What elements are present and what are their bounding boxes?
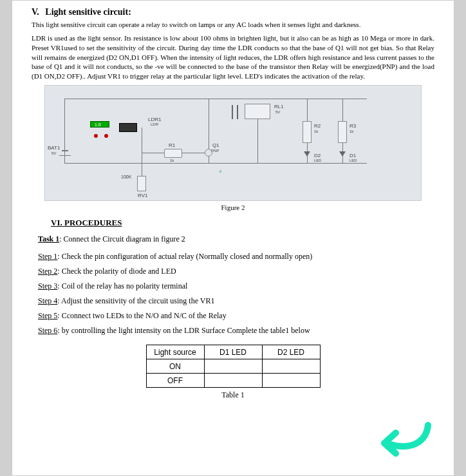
ldr1-label: LDR1 — [148, 117, 161, 122]
step-label: Step 6 — [38, 326, 57, 335]
terminal-dot-icon — [104, 134, 108, 138]
step-6: Step 6: by controlling the light intensi… — [38, 326, 434, 336]
table-cell: ON — [146, 359, 204, 374]
step-text: : Check the pin configuration of actual … — [57, 252, 312, 261]
relay-coil-icon — [232, 105, 238, 119]
step-label: Step 2 — [38, 267, 57, 276]
r1-label: R1 — [169, 142, 175, 148]
task1-label: Task 1 — [38, 234, 59, 243]
table-row: Light source D1 LED D2 LED — [146, 345, 320, 359]
r1-value: 1k — [170, 158, 174, 162]
indicator-box: 1.0 — [90, 121, 109, 128]
d2-label: D2 — [314, 153, 321, 158]
step-text: : Coil of the relay has no polarity term… — [57, 281, 187, 290]
figure2-schematic: BAT1 5V 1.0 LDR1 LDR 100K RV1 R1 1k Q1 P… — [44, 85, 422, 201]
r2-value: 1k — [314, 129, 318, 133]
d1-label: D1 — [350, 153, 356, 158]
step-label: Step 4 — [38, 296, 57, 305]
step-2: Step 2: Check the polarity of diode and … — [38, 267, 434, 276]
r3-component — [338, 121, 347, 143]
step-text: : Adjust the sensitivity of the circuit … — [57, 296, 214, 305]
ldr-body-icon — [119, 123, 137, 132]
section5-para2: LDR is used as the light sensor. Its res… — [32, 33, 434, 81]
step-label: Step 5 — [38, 311, 57, 320]
section5-numeral: V. — [32, 7, 39, 17]
table-cell: OFF — [146, 374, 204, 388]
table-cell — [204, 359, 262, 374]
bat1-voltage: 5V — [51, 151, 56, 155]
d1-led-icon — [339, 151, 346, 157]
step-4: Step 4: Adjust the sensitivity of the ci… — [38, 296, 434, 306]
rl1-voltage: 5V — [275, 110, 280, 114]
table-cell — [204, 374, 262, 388]
section5-title-text: Light sensitive circuit: — [45, 7, 131, 17]
step-5: Step 5: Cconnect two LEDs to the N/O and… — [38, 311, 434, 321]
step-label: Step 3 — [38, 281, 57, 290]
page: V. Light sensitive circuit: This light s… — [12, 0, 454, 476]
section5-para1: This light sensitive circuit can operate… — [32, 20, 434, 30]
ldr1-sub: LDR — [151, 122, 158, 126]
rv1-label: RV1 — [138, 193, 147, 198]
d2-type: LED — [314, 158, 322, 162]
section5-title: V. Light sensitive circuit: — [32, 7, 434, 17]
r1-component — [164, 149, 182, 158]
step-3: Step 3: Coil of the relay has no polarit… — [38, 281, 434, 291]
section6-numeral: VI. — [51, 218, 62, 227]
table-row: OFF — [146, 374, 320, 388]
q1-label: Q1 — [212, 142, 219, 148]
r2-component — [303, 121, 312, 143]
step-text: : Cconnect two LEDs to the N/O and N/C o… — [57, 311, 226, 320]
table-header: Light source — [146, 345, 204, 359]
d2-led-icon — [304, 151, 310, 157]
table1: Light source D1 LED D2 LED ON OFF — [146, 345, 321, 388]
table-header: D2 LED — [262, 345, 320, 359]
r2-label: R2 — [314, 123, 321, 129]
annotation-arrow-icon — [377, 414, 434, 459]
section6-title-text: PROCEDURES — [64, 218, 122, 227]
figure2-caption: Figure 2 — [32, 204, 434, 211]
table-cell — [262, 359, 320, 374]
r3-label: R3 — [350, 123, 356, 129]
task1: Task 1: Connect the Circuit diagram in f… — [38, 234, 434, 244]
section6-title: VI. PROCEDURES — [51, 218, 434, 228]
step-text: : Check the polarity of diode and LED — [57, 267, 176, 276]
relay-contacts-icon — [245, 104, 270, 119]
q1-transistor-icon — [205, 149, 212, 157]
ground-icon: ⏚ — [219, 168, 222, 174]
step-1: Step 1: Check the pin configuration of a… — [38, 252, 434, 262]
rv1-value: 100K — [121, 175, 131, 179]
terminal-dot-icon — [94, 134, 98, 138]
table-header: D1 LED — [204, 345, 262, 359]
table-cell — [262, 374, 320, 388]
d1-type: LED — [350, 158, 357, 162]
r3-value: 1k — [350, 129, 353, 133]
table1-caption: Table 1 — [32, 390, 434, 400]
step-label: Step 1 — [38, 252, 57, 261]
step-text: : by controlling the light intensity on … — [57, 326, 310, 335]
table-row: ON — [146, 359, 320, 374]
bat1-label: BAT1 — [48, 145, 60, 151]
task1-text: : Connect the Circuit diagram in figure … — [59, 234, 185, 243]
rl1-label: RL1 — [274, 104, 284, 109]
rv1-pot-icon — [137, 176, 146, 191]
